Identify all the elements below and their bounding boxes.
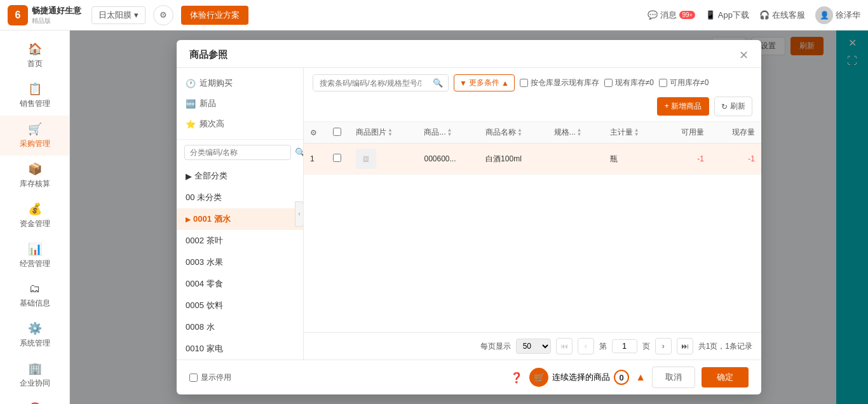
th-settings[interactable]: ⚙ [304, 122, 327, 144]
last-page-button[interactable]: ⏭ [677, 338, 693, 354]
category-0001[interactable]: ▶ 0001 酒水 [177, 208, 303, 230]
th-code[interactable]: 商品... ▲▼ [417, 122, 479, 144]
collapse-cart-icon[interactable]: ▲ [635, 372, 646, 383]
checkbox-stock-nonzero-filter[interactable]: 现有库存≠0 [604, 77, 654, 88]
th-unit[interactable]: 主计量 ▲▼ [604, 122, 661, 144]
available-nonzero-checkbox[interactable] [659, 79, 667, 87]
modal-close-button[interactable]: ✕ [739, 50, 749, 61]
sidebar-label-inventory: 库存核算 [20, 178, 50, 189]
refresh-icon: ↻ [721, 102, 728, 111]
table-row[interactable]: 1 🖼 [304, 144, 761, 175]
sidebar-item-guide[interactable]: 🎯 新手引导 [0, 395, 69, 404]
toolbar-right: + 新增商品 ↻ 刷新 [657, 97, 752, 116]
warehouse-filter-checkbox[interactable] [520, 79, 528, 87]
user-avatar[interactable]: 👤 徐泽华 [815, 6, 860, 24]
category-0002[interactable]: 0002 茶叶 [177, 230, 303, 252]
sales-icon: 📋 [28, 82, 42, 96]
quick-link-new[interactable]: 🆕 新品 [177, 93, 303, 114]
dropdown-icon: ▾ [134, 10, 139, 20]
help-icon[interactable]: ❓ [510, 372, 523, 384]
store-selector[interactable]: 日太阳膜 ▾ [92, 6, 146, 24]
category-0008[interactable]: 0008 水 [177, 316, 303, 338]
stock-nonzero-checkbox[interactable] [604, 79, 613, 87]
category-00[interactable]: 00 未分类 [177, 187, 303, 208]
sidebar-item-finance[interactable]: 💰 资金管理 [0, 196, 69, 236]
sidebar-item-inventory[interactable]: 📦 库存核算 [0, 156, 69, 196]
app-download-nav-item[interactable]: 📱 App下载 [705, 10, 749, 21]
settings-button[interactable]: ⚙ [153, 5, 173, 25]
name-sort-arrows: ▲▼ [517, 128, 522, 137]
sidebar-item-purchase[interactable]: 🛒 采购管理 [0, 116, 69, 156]
sidebar-label-basic: 基础信息 [20, 298, 50, 309]
more-filter-button[interactable]: ▼ 更多条件 ▲ [454, 74, 515, 91]
th-name[interactable]: 商品名称 ▲▼ [479, 122, 547, 144]
checkbox-warehouse-filter[interactable]: 按仓库显示现有库存 [520, 77, 599, 88]
category-search-icon[interactable]: 🔍 [295, 147, 304, 158]
first-page-button[interactable]: ⏮ [556, 338, 573, 354]
cart-count: 0 [614, 370, 629, 385]
sidebar-item-basic[interactable]: 🗂 基础信息 [0, 276, 69, 315]
next-page-button[interactable]: › [655, 338, 672, 354]
available-value: -1 [697, 154, 704, 163]
product-search-input[interactable] [313, 76, 428, 91]
product-table: ⚙ 商品图片 ▲▼ [304, 122, 761, 175]
guide-icon: 🎯 [28, 401, 42, 404]
product-search-icon[interactable]: 🔍 [428, 75, 448, 91]
th-image[interactable]: 商品图片 ▲▼ [349, 122, 417, 144]
sidebar-item-business[interactable]: 📊 经营管理 [0, 236, 69, 276]
purchase-icon: 🛒 [28, 122, 42, 136]
experience-button[interactable]: 体验行业方案 [181, 6, 248, 25]
prev-page-button[interactable]: ‹ [578, 338, 594, 354]
category-0003[interactable]: 0003 水果 [177, 252, 303, 273]
sidebar-item-sales[interactable]: 📋 销售管理 [0, 76, 69, 116]
filter-collapse-icon: ▲ [501, 79, 509, 88]
sidebar-item-home[interactable]: 🏠 首页 [0, 36, 69, 76]
row-checkbox-cell[interactable] [327, 144, 349, 175]
page-size-select[interactable]: 50 10 20 100 [516, 339, 551, 354]
row-image-cell: 🖼 [349, 144, 417, 175]
row-select-checkbox[interactable] [333, 154, 341, 162]
inventory-icon: 📦 [28, 162, 42, 176]
disabled-checkbox[interactable] [189, 374, 198, 382]
sidebar-item-enterprise[interactable]: 🏢 企业协同 [0, 355, 69, 395]
quick-link-recent[interactable]: 🕐 近期购买 [177, 73, 303, 93]
online-service-nav-item[interactable]: 🎧 在线客服 [759, 10, 805, 21]
cancel-button[interactable]: 取消 [652, 367, 695, 388]
collapse-panel-button[interactable]: ‹ [295, 201, 304, 227]
category-list: ▶ 全部分类 00 未分类 ▶ 0001 酒水 0002 茶 [177, 165, 303, 360]
store-name: 日太阳膜 [98, 10, 132, 21]
show-disabled-checkbox[interactable]: 显示停用 [189, 372, 231, 383]
brand-sub: 精品版 [32, 17, 81, 25]
select-all-checkbox[interactable] [333, 128, 341, 136]
page-number-input[interactable] [612, 339, 637, 353]
confirm-button[interactable]: 确定 [702, 367, 749, 387]
stock-nonzero-label: 现有库存≠0 [615, 77, 654, 88]
show-disabled-label: 显示停用 [201, 372, 231, 383]
category-0005[interactable]: 0005 饮料 [177, 295, 303, 316]
messages-nav-item[interactable]: 💬 消息 99+ [648, 10, 695, 21]
quick-link-frequent[interactable]: ⭐ 频次高 [177, 114, 303, 134]
page-text: 第 [599, 341, 607, 352]
cart-icon[interactable]: 🛒 [529, 368, 548, 387]
enterprise-icon: 🏢 [28, 361, 42, 375]
category-all[interactable]: ▶ 全部分类 [177, 165, 303, 187]
add-product-button[interactable]: + 新增商品 [657, 97, 709, 116]
row-name-cell: 白酒100ml [479, 144, 547, 175]
sidebar-label-enterprise: 企业协同 [20, 378, 50, 389]
th-spec[interactable]: 规格... ▲▼ [548, 122, 604, 144]
modal-body: 🕐 近期购买 🆕 新品 ⭐ 频次高 [177, 68, 761, 360]
left-panel: 🕐 近期购买 🆕 新品 ⭐ 频次高 [177, 68, 304, 360]
messages-badge: 99+ [679, 11, 695, 19]
cart-label: 连续选择的商品 [552, 372, 610, 383]
category-search-input[interactable] [184, 145, 291, 160]
row-num: 1 [304, 144, 327, 175]
refresh-button[interactable]: ↻ 刷新 [714, 97, 752, 116]
category-arrow-all: ▶ [186, 172, 192, 181]
sidebar-item-system[interactable]: ⚙️ 系统管理 [0, 315, 69, 355]
category-0004[interactable]: 0004 零食 [177, 273, 303, 295]
category-label-00: 00 未分类 [186, 192, 222, 203]
username-label: 徐泽华 [836, 10, 860, 21]
category-0010[interactable]: 0010 家电 [177, 338, 303, 360]
th-name-label: 商品名称 [485, 127, 516, 138]
checkbox-available-nonzero-filter[interactable]: 可用库存≠0 [659, 77, 709, 88]
